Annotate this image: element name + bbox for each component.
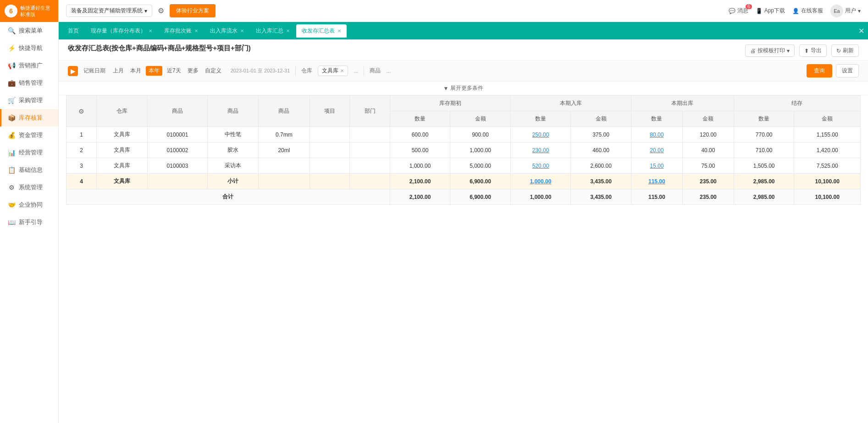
sidebar-item-marketing[interactable]: 📢 营销推广 <box>0 57 58 74</box>
td-opening-qty: 2,100.00 <box>390 174 450 189</box>
sidebar-item-enterprise[interactable]: 🤝 企业协同 <box>0 196 58 214</box>
filter-toggle-button[interactable]: ▶ <box>68 66 78 76</box>
sidebar-item-search[interactable]: 🔍 搜索菜单 <box>0 22 58 39</box>
td-closing-qty: 1,505.00 <box>734 158 794 174</box>
out-qty-link[interactable]: 80.00 <box>650 132 663 138</box>
message-action[interactable]: 💬 消息 6 <box>729 7 748 15</box>
td-opening-qty: 600.00 <box>390 127 450 143</box>
user-menu[interactable]: Ea 用户 ▾ <box>830 5 861 17</box>
sidebar-item-guide[interactable]: 📖 新手引导 <box>0 214 58 231</box>
query-button[interactable]: 查询 <box>807 64 832 77</box>
expand-more-button[interactable]: ▼ 展开更多条件 <box>443 84 484 92</box>
sidebar-item-label-quick-nav: 快捷导航 <box>19 44 43 52</box>
tab-close-receive-summary[interactable]: ✕ <box>337 28 341 33</box>
sidebar-item-system[interactable]: ⚙ 系统管理 <box>0 179 58 196</box>
operations-icon: 📊 <box>8 149 15 156</box>
date-btn-近7天[interactable]: 近7天 <box>165 66 183 76</box>
print-template-button[interactable]: 🖨 按模板打印 ▾ <box>745 44 795 57</box>
sidebar-item-quick-nav[interactable]: ⚡ 快捷导航 <box>0 39 58 57</box>
footer-closing-amt: 10,100.00 <box>794 189 861 205</box>
out-qty-link[interactable]: 15.00 <box>650 163 663 169</box>
in-qty-link[interactable]: 230.00 <box>532 147 549 154</box>
warehouse-tag-close[interactable]: ✕ <box>340 68 344 73</box>
th-product-name: 商品 <box>208 96 259 127</box>
user-avatar: Ea <box>830 5 843 17</box>
sidebar-item-operations[interactable]: 📊 经营管理 <box>0 144 58 161</box>
out-qty-link[interactable]: 20.00 <box>650 147 663 154</box>
date-btn-自定义[interactable]: 自定义 <box>203 66 223 76</box>
td-out-amt: 120.00 <box>682 127 734 143</box>
out-qty-link[interactable]: 115.00 <box>648 178 665 185</box>
tab-home[interactable]: 首页 <box>62 24 84 38</box>
settings-button[interactable]: 设置 <box>836 64 859 77</box>
app-download-action[interactable]: 📱 App下载 <box>756 7 785 15</box>
online-service-action[interactable]: 👤 在线客服 <box>792 7 823 15</box>
sidebar-item-sales[interactable]: 💼 销售管理 <box>0 74 58 92</box>
date-btn-本月[interactable]: 本月 <box>128 66 143 76</box>
system-select[interactable]: 装备及固定资产辅助管理系统 ▾ <box>66 5 152 17</box>
settings-icon[interactable]: ⚙ <box>158 6 164 15</box>
sidebar-item-inventory[interactable]: 📦 库存核算 <box>0 109 58 126</box>
sidebar-item-label-purchase: 采购管理 <box>19 96 43 104</box>
td-project <box>310 143 349 158</box>
th-in-qty: 数量 <box>510 111 571 127</box>
in-qty-link[interactable]: 250.00 <box>532 132 549 138</box>
refresh-button[interactable]: ↻ 刷新 <box>831 44 859 57</box>
in-qty-link[interactable]: 520.00 <box>532 163 549 169</box>
sidebar-item-label-finance: 资金管理 <box>19 131 43 139</box>
sidebar-item-label-operations: 经营管理 <box>19 148 43 157</box>
td-warehouse: 文具库 <box>97 127 148 143</box>
td-closing-amt: 1,420.00 <box>794 143 861 158</box>
print-icon: 🖨 <box>750 48 756 54</box>
close-all-tabs[interactable]: ✕ <box>858 27 864 35</box>
tab-close-inout-flow[interactable]: ✕ <box>240 28 244 33</box>
sidebar-item-label-sales: 销售管理 <box>19 79 43 87</box>
tab-close-inventory-distribution[interactable]: ✕ <box>149 28 152 33</box>
td-product-name: 采访本 <box>208 158 259 174</box>
tab-close-inout-summary[interactable]: ✕ <box>286 28 290 33</box>
in-qty-link[interactable]: 1,000.00 <box>530 178 552 185</box>
trial-button[interactable]: 体验行业方案 <box>170 4 216 17</box>
td-product-spec: 20ml <box>258 143 310 158</box>
date-btn-本年[interactable]: 本年 <box>146 66 162 76</box>
td-out-qty: 15.00 <box>631 158 682 174</box>
export-button[interactable]: ⬆ 导出 <box>799 44 827 57</box>
data-table: ⚙ 仓库 商品 商品 商品 项目 部门 库存期初 本期入库 本期出库 结存 数量 <box>66 95 861 205</box>
user-chevron-icon: ▾ <box>858 8 861 14</box>
tab-close-batch[interactable]: ✕ <box>194 28 198 33</box>
th-settings[interactable]: ⚙ <box>66 96 97 127</box>
table-row: 2 文具库 0100002 胶水 20ml 500.00 1,000.00 23… <box>66 143 861 158</box>
quick-nav-icon: ⚡ <box>8 44 15 52</box>
warehouse-tag[interactable]: 文具库 ✕ <box>318 66 348 76</box>
system-title: 装备及固定资产辅助管理系统 <box>71 7 143 15</box>
td-out-amt: 235.00 <box>682 174 734 189</box>
sidebar-item-finance[interactable]: 💰 资金管理 <box>0 126 58 144</box>
warehouse-more[interactable]: ... <box>354 68 358 74</box>
tab-inventory-distribution[interactable]: 现存量（库存分布表）✕ <box>85 24 158 38</box>
th-closing-amt: 金额 <box>794 111 861 127</box>
date-btn-上月[interactable]: 上月 <box>111 66 126 76</box>
tab-inout-summary[interactable]: 出入库汇总✕ <box>250 24 295 38</box>
sidebar-item-purchase[interactable]: 🛒 采购管理 <box>0 92 58 109</box>
export-icon: ⬆ <box>804 48 809 54</box>
td-in-qty: 230.00 <box>510 143 571 158</box>
th-group-closing: 结存 <box>734 96 860 111</box>
td-num: 4 <box>66 174 97 189</box>
date-options: 上月本月本年近7天更多自定义 <box>111 66 223 76</box>
td-warehouse: 文具库 <box>97 174 148 189</box>
warehouse-label: 仓库 <box>301 67 312 75</box>
td-opening-amt: 900.00 <box>450 127 511 143</box>
tab-receive-summary[interactable]: 收发存汇总表✕ <box>296 24 347 38</box>
tab-batch[interactable]: 库存批次账✕ <box>159 24 204 38</box>
footer-closing-qty: 2,985.00 <box>734 189 794 205</box>
th-department: 部门 <box>350 96 390 127</box>
td-opening-amt: 1,000.00 <box>450 143 511 158</box>
sidebar-item-basic-info[interactable]: 📋 基础信息 <box>0 161 58 179</box>
tab-inout-flow[interactable]: 出入库流水✕ <box>205 24 249 38</box>
date-btn-更多[interactable]: 更多 <box>186 66 200 76</box>
td-product-spec: 0.7mm <box>258 127 310 143</box>
th-group-opening: 库存期初 <box>390 96 510 111</box>
th-out-qty: 数量 <box>631 111 682 127</box>
td-in-qty: 1,000.00 <box>510 174 571 189</box>
product-more[interactable]: ... <box>386 68 391 74</box>
